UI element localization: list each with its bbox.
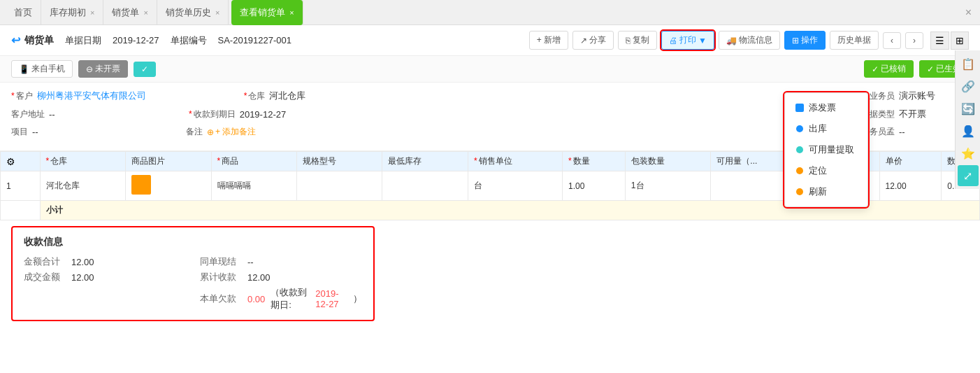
table-settings-button[interactable]: ⚙ [6,156,15,167]
cumulative-row: 累计收款 12.00 [200,271,362,283]
doc-meta: 单据日期 2019-12-27 单据编号 SA-20191227-001 [65,34,291,47]
confirm-button[interactable]: ✓ [134,62,156,77]
col-product: 商品 [211,152,296,171]
row-min-stock [382,171,468,201]
col-unit: 销售单位 [468,152,562,171]
col-image: 商品图片 [126,152,211,171]
refresh-item[interactable]: 刷新 [785,181,867,202]
transaction-label: 成交金额 [24,271,66,283]
locate-item[interactable]: 定位 [785,160,867,181]
row-unit: 台 [468,171,562,201]
close-window-button[interactable]: × [965,6,972,19]
add-note-button[interactable]: ⊕ + 添加备注 [207,126,256,138]
address-field: 客户地址 -- [11,108,119,120]
view-icons: ☰ ⊞ [930,31,969,50]
add-invoice-icon [795,103,805,113]
row-image [126,171,211,201]
cumulative-value: 12.00 [247,272,271,283]
salesperson-field: 业务员孟 -- [856,126,969,138]
right-user-button[interactable]: 👤 [958,120,979,141]
copy-button[interactable]: ⎘ 复制 [618,31,657,50]
print-icon: 🖨 [669,36,677,45]
list-view-button[interactable]: ☰ [930,31,949,50]
col-quantity: 数量 [563,152,626,171]
check-circle-icon: ✓ [872,64,879,74]
tab-home[interactable]: 首页 [6,0,41,25]
tab-bar: 首页 库存期初 × 销货单 × 销货单历史 × 查看销货单 × × [0,0,980,25]
next-button[interactable]: › [905,32,923,49]
print-button[interactable]: 🖨 打印 ▼ [661,31,714,50]
dropdown-popup: 添发票 出库 可用量提取 定位 刷新 [784,92,868,207]
tab-sales-history[interactable]: 销货单历史 × [157,0,229,25]
balance-date: 2019-12-27 [315,288,347,309]
right-star-button[interactable]: ⭐ [958,143,979,164]
payment-grid: 金额合计 12.00 同单现结 -- 成交金额 12.00 累计收款 12.00… [24,255,362,311]
row-quantity: 1.00 [563,171,626,201]
right-expand-button[interactable]: ⤢ [958,165,979,186]
ticket-type-field: 票据类型 不开票 [856,108,969,120]
col-gear: ⚙ [1,152,41,171]
payment-date-field: 收款到期日 2019-12-27 [189,108,310,120]
balance-end: ） [353,293,362,305]
prev-button[interactable]: ‹ [883,32,901,49]
logistics-icon: 🚚 [726,36,737,45]
col-pack-qty: 包装数量 [625,152,710,171]
total-value: 12.00 [71,257,94,267]
logistics-button[interactable]: 🚚 物流信息 [719,31,780,50]
row-index: 1 [1,171,41,201]
locate-icon [795,166,805,176]
payment-date-value: 2019-12-27 [240,109,310,120]
not-open-button[interactable]: ⊖ 未开票 [78,60,128,78]
phone-icon: 📱 [19,64,29,74]
ship-out-icon [795,124,805,134]
from-phone-button[interactable]: 📱 来自手机 [11,60,73,78]
copy-icon: ⎘ [626,36,630,45]
tab-view-sales[interactable]: 查看销货单 × [231,0,303,25]
new-button[interactable]: + 新增 [529,31,568,50]
right-refresh-button[interactable]: 🔄 [958,98,979,119]
balance-note: （收款到期日: [271,286,310,311]
history-button[interactable]: 历史单据 [830,31,879,50]
ticket-icon: ⊖ [86,64,93,74]
balance-value: 0.00 [247,294,265,304]
plus-icon: ⊕ [207,127,214,137]
sold-out-button[interactable]: ✓ 已核销 [864,60,914,78]
add-invoice-item[interactable]: 添发票 [785,97,867,118]
qty-extract-item[interactable]: 可用量提取 [785,139,867,160]
customer-field: 客户 柳州粤港平安气体有限公司 [11,90,146,102]
ship-out-item[interactable]: 出库 [785,118,867,139]
close-sales-tab[interactable]: × [143,8,147,17]
refresh-icon [795,187,805,197]
right-edit-button[interactable]: 📋 [958,53,979,74]
total-label: 金额合计 [24,255,66,268]
row-product: 嗝嗝嗝嗝 [211,171,296,201]
same-order-label: 同单现结 [200,255,242,268]
share-button[interactable]: ↗ 分享 [572,31,614,50]
balance-label: 本单欠款 [200,293,242,305]
customer-value[interactable]: 柳州粤港平安气体有限公司 [37,90,146,102]
right-icons-panel: 📋 🔗 🔄 👤 ⭐ ⤢ [955,50,980,189]
product-image [131,175,151,195]
close-inventory-tab[interactable]: × [90,8,94,17]
tab-inventory[interactable]: 库存期初 × [41,0,103,25]
right-link-button[interactable]: 🔗 [958,76,979,97]
close-history-tab[interactable]: × [215,8,219,17]
payment-title: 收款信息 [24,236,362,248]
payment-info: 收款信息 金额合计 12.00 同单现结 -- 成交金额 12.00 累计收款 … [11,226,375,321]
col-warehouse: 仓库 [40,152,125,171]
operate-button[interactable]: ⊞ 操作 [784,31,826,50]
address-value: -- [49,109,119,120]
warehouse-value: 河北仓库 [269,90,339,102]
doc-actions: + 新增 ↗ 分享 ⎘ 复制 🖨 打印 ▼ 🚚 物流信息 [529,31,969,50]
row-warehouse: 河北仓库 [40,171,125,201]
balance-row: 本单欠款 0.00 （收款到期日: 2019-12-27 ） [200,286,362,311]
row-unit-price: 12.00 [879,171,942,201]
close-view-sales-tab[interactable]: × [289,8,294,17]
grid-view-button[interactable]: ⊞ [951,31,969,50]
cumulative-label: 累计收款 [200,271,242,283]
col-spec: 规格型号 [296,152,382,171]
doc-icon: ↩ [11,34,20,47]
doc-header: ↩ 销货单 单据日期 2019-12-27 单据编号 SA-20191227-0… [0,25,980,56]
tab-sales[interactable]: 销货单 × [103,0,157,25]
project-value: -- [32,127,102,137]
